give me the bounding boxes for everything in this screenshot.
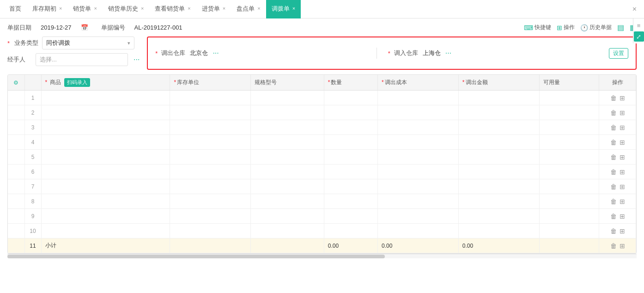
row-qty-cell[interactable] <box>324 91 377 105</box>
tab-inventory-count[interactable]: 盘点单 × <box>231 0 266 18</box>
row-qty-cell[interactable] <box>324 120 377 135</box>
subtotal-unit-cell <box>170 238 251 253</box>
row-cost-cell[interactable] <box>378 194 459 209</box>
tab-close-purchase-order[interactable]: × <box>223 6 225 11</box>
row-product-cell[interactable] <box>41 105 170 120</box>
row-amount-cell[interactable] <box>458 209 539 224</box>
copy-icon[interactable]: ⊞ <box>620 168 625 176</box>
col-action: 操作 <box>599 75 636 91</box>
tab-close-view-sales[interactable]: × <box>188 6 190 11</box>
col-gear[interactable]: ⚙ <box>8 75 24 91</box>
shortcut-button[interactable]: ⌨ 快捷键 <box>524 24 551 31</box>
row-product-cell[interactable] <box>41 165 170 179</box>
horizontal-scrollbar[interactable] <box>7 254 637 258</box>
row-cost-cell[interactable] <box>378 224 459 238</box>
delete-icon[interactable]: 🗑 <box>610 139 617 146</box>
row-qty-cell[interactable] <box>324 179 377 194</box>
row-qty-cell[interactable] <box>324 135 377 150</box>
tab-close-sales-order[interactable]: × <box>94 6 97 11</box>
row-product-cell[interactable] <box>41 150 170 165</box>
sidebar-notes-icon[interactable]: ≡ <box>634 20 644 31</box>
copy-icon[interactable]: ⊞ <box>620 183 625 190</box>
delete-icon[interactable]: 🗑 <box>610 242 617 250</box>
copy-icon[interactable]: ⊞ <box>620 227 625 235</box>
row-cost-cell[interactable] <box>378 209 459 224</box>
row-product-cell[interactable] <box>41 135 170 150</box>
delete-icon[interactable]: 🗑 <box>610 168 617 176</box>
tab-sales-history[interactable]: 销货单历史 × <box>103 0 149 18</box>
layout-toggle-1[interactable]: ▤ <box>617 23 624 32</box>
scan-button[interactable]: 扫码录入 <box>64 78 90 87</box>
tab-close-inventory-init[interactable]: × <box>59 6 62 11</box>
row-cost-cell[interactable] <box>378 135 459 150</box>
tab-close-inventory-count[interactable]: × <box>257 6 260 11</box>
history-button[interactable]: 🕐 历史单据 <box>580 24 612 31</box>
row-amount-cell[interactable] <box>458 91 539 105</box>
setting-button[interactable]: 设置 <box>609 48 628 59</box>
delete-icon[interactable]: 🗑 <box>610 213 617 220</box>
delete-icon[interactable]: 🗑 <box>610 109 617 116</box>
row-cost-cell[interactable] <box>378 179 459 194</box>
row-product-cell[interactable] <box>41 179 170 194</box>
row-qty-cell[interactable] <box>324 105 377 120</box>
row-qty-cell[interactable] <box>324 224 377 238</box>
row-amount-cell[interactable] <box>458 165 539 179</box>
row-qty-cell[interactable] <box>324 194 377 209</box>
tab-transfer-order[interactable]: 调拨单 × <box>266 0 301 18</box>
close-all-tabs[interactable]: × <box>629 5 640 13</box>
tab-close-transfer-order[interactable]: × <box>292 6 295 11</box>
row-cost-cell[interactable] <box>378 105 459 120</box>
row-amount-cell[interactable] <box>458 150 539 165</box>
row-amount-cell[interactable] <box>458 105 539 120</box>
copy-icon[interactable]: ⊞ <box>620 124 625 131</box>
row-amount-cell[interactable] <box>458 224 539 238</box>
tab-view-sales[interactable]: 查看销货单 × <box>149 0 196 18</box>
in-warehouse-more-button[interactable]: ··· <box>445 49 451 57</box>
copy-icon[interactable]: ⊞ <box>620 198 625 205</box>
operation-button[interactable]: ⊞ 操作 <box>557 24 575 31</box>
row-product-cell[interactable] <box>41 120 170 135</box>
delete-icon[interactable]: 🗑 <box>610 124 617 131</box>
handler-input[interactable]: 选择... <box>36 53 128 66</box>
row-cost-cell[interactable] <box>378 150 459 165</box>
row-product-cell[interactable] <box>41 194 170 209</box>
row-amount-cell[interactable] <box>458 120 539 135</box>
row-cost-cell[interactable] <box>378 91 459 105</box>
row-cost-cell[interactable] <box>378 120 459 135</box>
copy-icon[interactable]: ⊞ <box>620 242 625 250</box>
row-spec-cell <box>251 105 324 120</box>
row-amount-cell[interactable] <box>458 179 539 194</box>
row-cost-cell[interactable] <box>378 165 459 179</box>
row-product-cell[interactable] <box>41 224 170 238</box>
row-qty-cell[interactable] <box>324 150 377 165</box>
business-type-label: 业务类型 <box>14 39 38 47</box>
copy-icon[interactable]: ⊞ <box>620 109 625 116</box>
business-type-select[interactable]: 同价调拨 ▾ <box>42 37 134 49</box>
delete-icon[interactable]: 🗑 <box>610 94 617 102</box>
tab-purchase-order[interactable]: 进货单 × <box>196 0 231 18</box>
tab-home[interactable]: 首页 <box>4 0 27 18</box>
tab-inventory-init[interactable]: 库存期初 × <box>27 0 67 18</box>
tab-sales-order[interactable]: 销货单 × <box>67 0 102 18</box>
calendar-icon[interactable]: 📅 <box>81 24 88 31</box>
handler-more-button[interactable]: ··· <box>134 55 140 64</box>
copy-icon[interactable]: ⊞ <box>620 213 625 220</box>
row-gear-cell <box>8 135 24 150</box>
delete-icon[interactable]: 🗑 <box>610 153 617 161</box>
copy-icon[interactable]: ⊞ <box>620 153 625 161</box>
row-product-cell[interactable] <box>41 91 170 105</box>
delete-icon[interactable]: 🗑 <box>610 183 617 190</box>
row-product-cell[interactable] <box>41 209 170 224</box>
row-qty-cell[interactable] <box>324 165 377 179</box>
scrollbar-thumb[interactable] <box>7 255 385 258</box>
row-qty-cell[interactable] <box>324 209 377 224</box>
tab-close-sales-history[interactable]: × <box>141 6 144 11</box>
delete-icon[interactable]: 🗑 <box>610 227 617 235</box>
copy-icon[interactable]: ⊞ <box>620 139 625 146</box>
delete-icon[interactable]: 🗑 <box>610 198 617 205</box>
out-warehouse-more-button[interactable]: ··· <box>213 49 219 57</box>
row-amount-cell[interactable] <box>458 135 539 150</box>
sidebar-expand-icon[interactable]: ⤢ <box>634 31 644 42</box>
copy-icon[interactable]: ⊞ <box>620 94 625 102</box>
row-amount-cell[interactable] <box>458 194 539 209</box>
